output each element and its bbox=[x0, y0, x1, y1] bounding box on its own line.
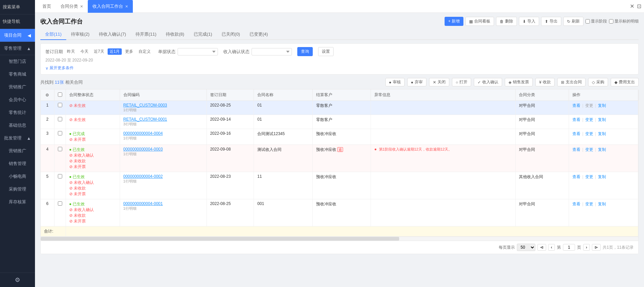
row-checkbox[interactable] bbox=[58, 174, 62, 178]
show-cols-checkbox-label[interactable]: 显示阶段 bbox=[585, 18, 607, 24]
shortcut-1month[interactable]: 近1月 bbox=[108, 48, 122, 55]
kanban-button[interactable]: ▦ 合同看板 bbox=[465, 17, 494, 26]
op-copy[interactable]: 复制 bbox=[598, 174, 606, 179]
horizontal-scrollbar[interactable] bbox=[41, 237, 638, 241]
shortcut-custom[interactable]: 自定义 bbox=[137, 48, 153, 55]
row-checkbox[interactable] bbox=[58, 131, 62, 135]
col-settings[interactable]: ⚙ bbox=[41, 89, 54, 101]
row-checkbox[interactable] bbox=[58, 147, 62, 151]
select-all-checkbox[interactable] bbox=[58, 92, 62, 97]
op-view[interactable]: 查看 bbox=[572, 117, 580, 122]
op-change[interactable]: 变更 bbox=[585, 174, 593, 179]
op-view[interactable]: 查看 bbox=[572, 174, 580, 179]
window-maximize-icon[interactable]: ⊡ bbox=[637, 3, 641, 9]
purchase-btn[interactable]: ◇ 采购 bbox=[588, 78, 608, 86]
expense-btn[interactable]: ◆ 费用支出 bbox=[611, 78, 639, 86]
op-copy[interactable]: 复制 bbox=[598, 131, 606, 136]
sidebar-settings[interactable]: ⚙ bbox=[0, 273, 35, 287]
sidebar-item-member[interactable]: 会员中心 bbox=[0, 93, 35, 106]
filter-tab-pending-review[interactable]: 待审核(2) bbox=[66, 29, 94, 40]
row-checkbox[interactable] bbox=[58, 201, 62, 206]
row-checkbox-cell[interactable] bbox=[54, 172, 66, 199]
sidebar-item-marketing2[interactable]: 营销推广 bbox=[0, 145, 35, 157]
first-page-btn[interactable]: ⊲ bbox=[537, 244, 546, 251]
last-page-btn[interactable]: ⊳ bbox=[592, 244, 601, 251]
page-input[interactable] bbox=[563, 244, 575, 251]
shortcut-yesterday[interactable]: 昨天 bbox=[65, 48, 77, 55]
sidebar-item-batch[interactable]: 批发管理 ▲ bbox=[0, 132, 35, 145]
settings-button[interactable]: 设置 bbox=[318, 47, 334, 56]
contract-code-link[interactable]: 0000000000004-0004 bbox=[123, 131, 163, 136]
import-button[interactable]: ⬇ 导入 bbox=[519, 17, 539, 26]
sidebar-item-inventory[interactable]: 库存核算 bbox=[0, 196, 35, 208]
next-page-btn[interactable]: › bbox=[583, 244, 590, 251]
payment-btn[interactable]: ¥ 收款 bbox=[535, 78, 555, 86]
sidebar-item-basic[interactable]: 基础信息 bbox=[0, 119, 35, 132]
contract-code-link[interactable]: 0000000000004-0003 bbox=[123, 147, 163, 152]
income-confirm-btn[interactable]: ✓ 收入确认 bbox=[474, 78, 502, 86]
tab-close-contract-category[interactable]: ✕ bbox=[80, 0, 83, 13]
contract-code-link[interactable]: RETAIL_CUSTOM-0003 bbox=[123, 103, 167, 108]
op-view[interactable]: 查看 bbox=[572, 147, 580, 152]
tab-income-workbench[interactable]: 收入合同工作台 ✕ bbox=[88, 0, 133, 13]
export-button[interactable]: ⬆ 导出 bbox=[541, 17, 561, 26]
op-change[interactable]: 变更 bbox=[585, 117, 593, 122]
filter-tab-closed[interactable]: 已关闭(0) bbox=[217, 29, 245, 40]
out-contract-btn[interactable]: ⊞ 支出合同 bbox=[557, 78, 585, 86]
row-checkbox-cell[interactable] bbox=[54, 199, 66, 227]
open-contract-btn[interactable]: ○ 打开 bbox=[452, 78, 471, 86]
filter-tab-changed[interactable]: 已变更(4) bbox=[245, 29, 273, 40]
op-view[interactable]: 查看 bbox=[572, 103, 580, 108]
scrollbar-thumb[interactable] bbox=[41, 237, 399, 241]
tab-home[interactable]: 首页 bbox=[38, 0, 56, 13]
tab-close-income-workbench[interactable]: ✕ bbox=[125, 0, 128, 13]
query-button[interactable]: 查询 bbox=[297, 47, 313, 56]
expand-more-btn[interactable]: ∨ 展开更多条件 bbox=[45, 65, 634, 71]
close-contract-btn[interactable]: ✕ 关闭 bbox=[429, 78, 449, 86]
op-change[interactable]: 变更 bbox=[585, 131, 593, 136]
window-close-icon[interactable]: ✕ bbox=[630, 3, 634, 9]
sidebar-item-project[interactable]: 项目合同 ◀ bbox=[0, 29, 35, 42]
sidebar-item-purchase[interactable]: 采购管理 bbox=[0, 183, 35, 196]
row-checkbox-cell[interactable] bbox=[54, 115, 66, 129]
contract-code-link[interactable]: 0000000000004-0002 bbox=[123, 174, 163, 179]
row-checkbox[interactable] bbox=[58, 103, 62, 107]
contract-code-link[interactable]: RETAIL_CUSTOM-0001 bbox=[123, 117, 167, 122]
filter-tab-pending-payment[interactable]: 待收款(8) bbox=[161, 29, 189, 40]
filter-tab-completed[interactable]: 已完成(1) bbox=[189, 29, 217, 40]
filter-tab-pending-income-confirm[interactable]: 待收入确认(7) bbox=[94, 29, 131, 40]
row-checkbox-cell[interactable] bbox=[54, 145, 66, 172]
op-change[interactable]: 变更 bbox=[585, 147, 593, 152]
op-copy[interactable]: 复制 bbox=[598, 117, 606, 122]
op-copy[interactable]: 复制 bbox=[598, 202, 606, 206]
sidebar-item-ecom[interactable]: 小畅电商 bbox=[0, 170, 35, 183]
sidebar-item-mall[interactable]: 零售商城 bbox=[0, 68, 35, 81]
doc-status-select[interactable] bbox=[178, 48, 218, 55]
sidebar-quicknav[interactable]: 快捷导航 bbox=[0, 14, 35, 29]
abandon-btn[interactable]: ● 弃审 bbox=[407, 78, 426, 86]
row-checkbox-cell[interactable] bbox=[54, 101, 66, 115]
refresh-button[interactable]: ↻ 刷新 bbox=[563, 17, 583, 26]
shortcut-more[interactable]: 更多 bbox=[123, 48, 135, 55]
col-checkbox[interactable] bbox=[54, 89, 66, 101]
op-copy[interactable]: 复制 bbox=[598, 147, 606, 152]
shortcut-today[interactable]: 今天 bbox=[78, 48, 90, 55]
row-checkbox-cell[interactable] bbox=[54, 129, 66, 145]
op-change[interactable]: 变更 bbox=[585, 202, 593, 206]
sidebar-item-smart[interactable]: 智慧门店 bbox=[0, 55, 35, 68]
row-checkbox[interactable] bbox=[58, 117, 62, 121]
shortcut-7days[interactable]: 近7天 bbox=[92, 48, 106, 55]
op-view[interactable]: 查看 bbox=[572, 202, 580, 206]
prev-page-btn[interactable]: ‹ bbox=[548, 244, 555, 251]
new-button[interactable]: + 新增 bbox=[445, 17, 463, 26]
op-copy[interactable]: 复制 bbox=[598, 103, 606, 108]
sidebar-item-retail[interactable]: 零售管理 ▲ bbox=[0, 42, 35, 55]
sidebar-item-sales[interactable]: 销售管理 bbox=[0, 157, 35, 170]
sales-invoice-btn[interactable]: ◈ 销售发票 bbox=[505, 78, 533, 86]
review-btn[interactable]: ● 审核 bbox=[385, 78, 405, 86]
show-detail-checkbox-label[interactable]: 显示标的明细 bbox=[609, 18, 639, 24]
op-view[interactable]: 查看 bbox=[572, 131, 580, 136]
show-detail-checkbox[interactable] bbox=[609, 19, 613, 24]
filter-tab-all[interactable]: 全部(11) bbox=[40, 29, 66, 40]
income-confirm-select[interactable] bbox=[252, 48, 292, 55]
